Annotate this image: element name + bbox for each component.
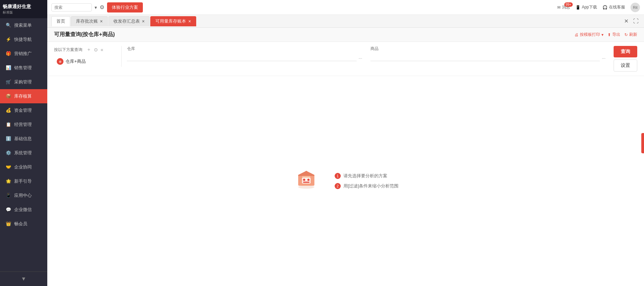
settings-icon[interactable]: ⚙ <box>100 4 104 10</box>
sidebar-item-operations[interactable]: 📋 经营管理 <box>0 118 47 132</box>
tab-home[interactable]: 首页 <box>51 16 70 26</box>
tab-label-summary: 收发存汇总表 <box>113 18 140 24</box>
sidebar-item-inventory[interactable]: 📦 库存核算 <box>0 89 47 103</box>
empty-state-text: 1 请先选择要分析的方案 2 用[过滤]条件来缩小分析范围 <box>335 173 398 189</box>
warehouse-goods-icon: ⊕ <box>57 58 63 65</box>
sidebar-label-wechat: 企业微信 <box>14 207 32 213</box>
sidebar-icon-finance: 💰 <box>5 107 11 113</box>
user-avatar[interactable]: Rit <box>630 3 640 12</box>
app-download-label: App下载 <box>582 4 597 10</box>
add-filter-btn[interactable]: ＋ <box>86 46 92 53</box>
refresh-icon: ↻ <box>624 32 628 37</box>
print-dropdown-icon: ▾ <box>601 32 603 37</box>
sidebar-scroll: 🔍 搜索菜单 ⚡ 快捷导航 🎁 营销推广 📊 销售管理 🛒 采购管理 📦 库存核… <box>0 18 47 271</box>
sidebar-item-member[interactable]: 👑 畅会员 <box>0 217 47 231</box>
sidebar-icon-purchase: 🛒 <box>5 79 11 85</box>
export-icon: ⬆ <box>608 32 611 37</box>
sidebar-item-apps[interactable]: 📱 应用中心 <box>0 188 47 203</box>
sidebar-icon-member: 👑 <box>5 221 11 227</box>
settings-btn[interactable]: 设置 <box>614 59 637 72</box>
filter-section-label: 按以下方案查询 ＋ ⊙ « <box>54 46 117 53</box>
tab-available[interactable]: 可用量库存账本× <box>150 16 196 26</box>
filter-left-panel: 按以下方案查询 ＋ ⊙ « ⊕ 仓库+商品 <box>54 46 122 67</box>
warehouse-label: 仓库 <box>127 46 362 52</box>
page-header: 可用量查询(按仓库+商品) 🖨 按模板打印 ▾ ⬆ 导出 ↻ 刷新 <box>47 28 644 42</box>
tab-batch[interactable]: 库存批次账× <box>71 16 108 26</box>
sidebar-item-sales[interactable]: 📊 销售管理 <box>0 61 47 75</box>
sidebar-scroll-down-btn[interactable]: ▼ <box>3 275 45 283</box>
dropdown-chevron-icon[interactable]: ▾ <box>95 5 97 10</box>
right-scrollbar-indicator <box>641 133 644 153</box>
sidebar-icon-system: ⚙️ <box>5 150 11 156</box>
empty-state-illustration <box>293 164 327 198</box>
sidebar-item-wechat[interactable]: 💬 企业微信 <box>0 203 47 217</box>
sidebar-item-newbie[interactable]: 🌟 新手引导 <box>0 174 47 188</box>
mobile-icon: 📱 <box>575 5 581 10</box>
refresh-btn[interactable]: ↻ 刷新 <box>624 32 637 37</box>
sidebar-icon-newbie: 🌟 <box>5 178 11 184</box>
sidebar-item-marketing[interactable]: 🎁 营销推广 <box>0 47 47 61</box>
svg-rect-8 <box>303 182 309 183</box>
sidebar-label-inventory: 库存核算 <box>14 93 32 99</box>
sidebar-item-search[interactable]: 🔍 搜索菜单 <box>0 18 47 32</box>
user-name: Rit <box>633 5 637 9</box>
export-btn[interactable]: ⬆ 导出 <box>608 32 620 37</box>
goods-input-row: ... <box>370 53 606 61</box>
page-header-actions: 🖨 按模板打印 ▾ ⬆ 导出 ↻ 刷新 <box>574 32 637 37</box>
goods-more-btn[interactable]: ... <box>602 55 606 60</box>
headset-icon: 🎧 <box>602 5 608 10</box>
sidebar-item-shortcut[interactable]: ⚡ 快捷导航 <box>0 32 47 47</box>
svg-point-0 <box>298 185 314 189</box>
filter-option-warehouse-goods[interactable]: ⊕ 仓库+商品 <box>54 56 117 67</box>
tab-close-btn[interactable]: ✕ <box>623 17 630 26</box>
tab-label-available: 可用量库存账本 <box>155 18 186 24</box>
sidebar-label-shortcut: 快捷导航 <box>14 36 32 43</box>
sidebar-icon-sales: 📊 <box>5 65 11 71</box>
hint-num-2: 2 <box>335 183 341 189</box>
sidebar-item-finance[interactable]: 💰 资金管理 <box>0 103 47 118</box>
sidebar-bottom: ▼ <box>0 271 47 286</box>
page-title: 可用量查询(按仓库+商品) <box>54 31 115 38</box>
tab-expand-btn[interactable]: ⛶ <box>632 17 640 26</box>
sidebar-item-purchase[interactable]: 🛒 采购管理 <box>0 75 47 89</box>
svg-rect-4 <box>298 175 314 176</box>
version-label: 标准版 <box>3 10 45 15</box>
message-btn[interactable]: ✉ 消息 99+ <box>557 4 570 10</box>
hint-text-2: 用[过滤]条件来缩小分析范围 <box>343 183 398 189</box>
collapse-filter-btn[interactable]: « <box>100 46 104 53</box>
tab-actions: ✕ ⛶ <box>623 17 640 26</box>
query-btn[interactable]: 查询 <box>614 46 637 57</box>
goods-input[interactable] <box>370 53 600 61</box>
print-icon: 🖨 <box>574 32 578 37</box>
topbar: ▾ ⚙ 体验行业方案 ✉ 消息 99+ 📱 App下载 🎧 在线客服 Rit <box>47 0 644 15</box>
sidebar-header: 畅康通好生意 标准版 <box>0 0 47 18</box>
sidebar: 畅康通好生意 标准版 🔍 搜索菜单 ⚡ 快捷导航 🎁 营销推广 📊 销售管理 🛒… <box>0 0 47 286</box>
app-download-btn[interactable]: 📱 App下载 <box>575 4 597 10</box>
tab-close-batch[interactable]: × <box>100 19 103 24</box>
goods-label: 商品 <box>370 46 606 52</box>
config-filter-btn[interactable]: ⊙ <box>93 46 99 53</box>
tab-label-home: 首页 <box>56 18 65 24</box>
filter-label-actions: ＋ ⊙ « <box>86 46 104 53</box>
print-btn[interactable]: 🖨 按模板打印 ▾ <box>574 32 603 37</box>
warehouse-more-btn[interactable]: ... <box>359 55 362 60</box>
sidebar-label-member: 畅会员 <box>14 221 27 227</box>
sidebar-item-enterprise[interactable]: 🤝 企业协同 <box>0 160 47 174</box>
sidebar-item-system[interactable]: ⚙️ 系统管理 <box>0 146 47 160</box>
sidebar-icon-apps: 📱 <box>5 192 11 199</box>
tab-summary[interactable]: 收发存汇总表× <box>108 16 150 26</box>
filter-option-label: 仓库+商品 <box>66 58 86 64</box>
tab-close-available[interactable]: × <box>188 19 191 24</box>
search-input[interactable] <box>51 3 92 11</box>
tab-close-summary[interactable]: × <box>142 19 145 24</box>
sidebar-label-sales: 销售管理 <box>14 65 32 71</box>
trial-btn[interactable]: 体验行业方案 <box>107 2 143 12</box>
filter-area: 按以下方案查询 ＋ ⊙ « ⊕ 仓库+商品 仓库 <box>47 42 644 76</box>
sidebar-item-basic[interactable]: ℹ️ 基础信息 <box>0 132 47 146</box>
online-service-btn[interactable]: 🎧 在线客服 <box>602 4 625 10</box>
warehouse-field: 仓库 ... <box>127 46 362 61</box>
warehouse-input[interactable] <box>127 53 357 61</box>
empty-state: 1 请先选择要分析的方案 2 用[过滤]条件来缩小分析范围 <box>47 76 644 286</box>
print-label: 按模板打印 <box>580 32 600 37</box>
tab-bar: 首页库存批次账×收发存汇总表×可用量库存账本× ✕ ⛶ <box>47 15 644 28</box>
